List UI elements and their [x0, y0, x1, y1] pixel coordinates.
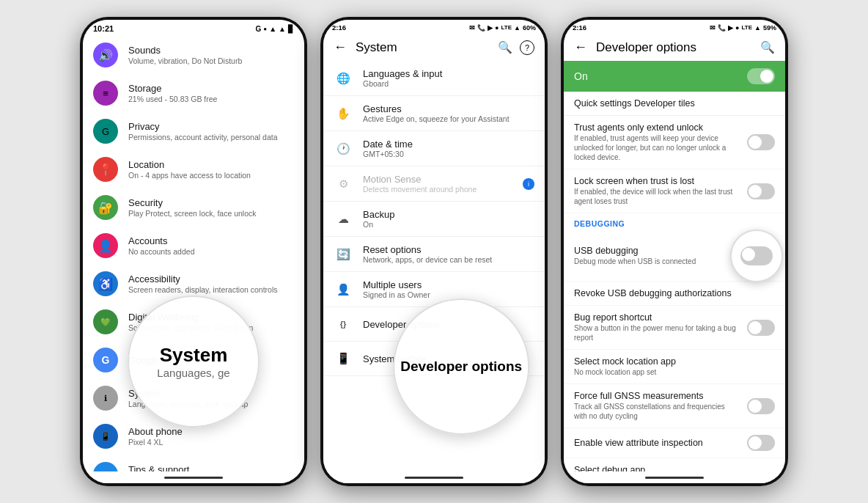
video-icon: ▶	[488, 24, 493, 32]
video-icon-3: ▶	[728, 24, 733, 32]
storage-subtitle: 21% used - 50.83 GB free	[128, 95, 217, 103]
bugreport-text: Bug report shortcut Show a button in the…	[574, 312, 740, 342]
datetime-text: Date & time GMT+05:30	[363, 139, 413, 158]
gestures-text: Gestures Active Edge on, squeeze for you…	[363, 103, 510, 123]
location-title: Location	[128, 159, 251, 170]
sys-item-reset[interactable]: 🔄 Reset options Network, apps, or device…	[323, 237, 545, 272]
list-item-tips[interactable]: ? Tips & support Help articles, phone & …	[83, 455, 304, 471]
dev-item-mocklocation[interactable]: Select mock location app No mock locatio…	[564, 350, 785, 384]
viewattribute-toggle[interactable]	[747, 435, 775, 451]
dev-item-revoke[interactable]: Revoke USB debugging authorizations	[564, 282, 785, 306]
sys-item-backup[interactable]: ☁ Backup On	[323, 202, 545, 237]
accessibility-icon-wrap: ♿	[93, 271, 118, 296]
users-text: Multiple users Signed in as Owner	[363, 279, 430, 299]
dev-item-lockscreen[interactable]: Lock screen when trust is lost If enable…	[564, 169, 785, 213]
reset-text: Reset options Network, apps, or device c…	[363, 244, 492, 264]
list-item-privacy[interactable]: G Privacy Permissions, account activity,…	[83, 112, 304, 150]
dot-icon-3: ●	[735, 24, 739, 32]
time-3: 2:16	[573, 23, 586, 32]
circle-system-title: System	[160, 344, 228, 367]
time-2: 2:16	[332, 23, 346, 32]
list-item-sounds[interactable]: 🔊 Sounds Volume, vibration, Do Not Distu…	[83, 36, 304, 74]
usb-toggle[interactable]	[740, 246, 773, 265]
lte-label-3: LTE	[742, 24, 753, 31]
list-item-accounts[interactable]: 👤 Accounts No accounts added	[83, 227, 304, 265]
usb-text: USB debugging Debug mode when USB is con…	[574, 246, 731, 266]
dev-master-toggle[interactable]	[747, 68, 775, 84]
backup-text: Backup On	[363, 209, 394, 229]
lte-label-2: LTE	[501, 24, 512, 31]
lockscreen-toggle[interactable]	[747, 183, 775, 199]
accessibility-title: Accessibility	[128, 273, 278, 284]
bar-icons-3: 🔍	[760, 40, 775, 54]
back-button-3[interactable]: ←	[574, 40, 587, 55]
about-icon: 📱	[100, 432, 111, 441]
list-item-storage[interactable]: ≡ Storage 21% used - 50.83 GB free	[83, 74, 304, 112]
developer-circle-overlay: Developer options	[393, 298, 529, 435]
status-icons-3: ✉ 📞 ▶ ● LTE ▲ 59%	[710, 24, 776, 32]
sys-item-gestures[interactable]: ✋ Gestures Active Edge on, squeeze for y…	[323, 96, 545, 131]
security-subtitle: Play Protect, screen lock, face unlock	[128, 209, 257, 218]
google-icon: G	[256, 25, 262, 33]
gnss-toggle[interactable]	[747, 398, 775, 414]
call-icon-3: 📞	[718, 24, 726, 32]
search-icon-2[interactable]: 🔍	[498, 40, 512, 55]
developer-icon: {}	[334, 315, 353, 334]
mocklocation-text: Select mock location app No mock locatio…	[574, 356, 775, 377]
bugreport-toggle[interactable]	[747, 320, 775, 336]
dev-item-viewattribute[interactable]: Enable view attribute inspection	[564, 428, 785, 458]
security-text: Security Play Protect, screen lock, face…	[128, 197, 257, 218]
battery-label-2: 60%	[523, 24, 536, 32]
accessibility-icon: ♿	[98, 277, 113, 291]
list-item-security[interactable]: 🔐 Security Play Protect, screen lock, fa…	[83, 188, 304, 227]
sys-item-users[interactable]: 👤 Multiple users Signed in as Owner	[323, 272, 545, 307]
quicksettings-text: Quick settings Developer tiles	[574, 98, 775, 109]
sys-item-motion[interactable]: ⚙ Motion Sense Detects movement around p…	[323, 166, 545, 202]
circle-developer-title: Developer options	[400, 359, 522, 375]
dot-icon: ●	[495, 24, 499, 32]
location-text: Location On - 4 apps have access to loca…	[128, 159, 251, 180]
bar-icons-2: 🔍 ?	[498, 40, 534, 55]
sys-item-datetime[interactable]: 🕐 Date & time GMT+05:30	[323, 131, 545, 166]
bottom-bar-2	[323, 471, 545, 483]
home-indicator-1	[164, 477, 223, 479]
dev-item-debugapp[interactable]: Select debug app	[564, 458, 785, 471]
signal-icon-3: ▲	[754, 24, 761, 32]
dev-on-label: On	[574, 70, 588, 82]
wifi-icon-1: ▲	[269, 25, 276, 33]
battery-label-3: 59%	[763, 24, 776, 32]
developer-screen-title: Developer options	[596, 40, 760, 55]
status-bar-1: 10:21 G ● ▲ ▲ ▊	[83, 20, 304, 36]
sys-item-languages[interactable]: 🌐 Languages & input Gboard	[323, 61, 545, 96]
google-letter-icon: G	[102, 354, 110, 366]
dev-item-bugreport[interactable]: Bug report shortcut Show a button in the…	[564, 306, 785, 350]
status-icons-1: G ● ▲ ▲ ▊	[256, 25, 294, 33]
dev-item-usb[interactable]: USB debugging Debug mode when USB is con…	[564, 231, 785, 282]
signal-icon-2: ▲	[514, 24, 521, 32]
storage-text: Storage 21% used - 50.83 GB free	[128, 83, 217, 103]
system-icon: ℹ	[104, 394, 107, 403]
list-item-location[interactable]: 📍 Location On - 4 apps have access to lo…	[83, 150, 304, 188]
system-screen-title: System	[356, 40, 498, 55]
accounts-icon: 👤	[98, 239, 113, 253]
storage-icon: ≡	[103, 88, 108, 99]
accounts-title: Accounts	[128, 235, 194, 246]
wellbeing-icon-wrap: 💚	[93, 309, 118, 334]
app-bar-3: ← Developer options 🔍	[564, 34, 785, 61]
accounts-subtitle: No accounts added	[128, 247, 194, 256]
trust-toggle[interactable]	[747, 134, 775, 150]
help-icon-2[interactable]: ?	[520, 40, 534, 55]
privacy-text: Privacy Permissions, account activity, p…	[128, 121, 277, 142]
back-button-2[interactable]: ←	[334, 40, 347, 55]
update-icon: 📱	[334, 349, 353, 368]
home-indicator-3	[645, 477, 704, 479]
privacy-title: Privacy	[128, 121, 277, 132]
location-icon-wrap: 📍	[93, 157, 118, 182]
storage-title: Storage	[128, 83, 217, 94]
revoke-text: Revoke USB debugging authorizations	[574, 288, 775, 298]
dev-item-quicksettings[interactable]: Quick settings Developer tiles	[564, 92, 785, 116]
dev-item-gnss[interactable]: Force full GNSS measurements Track all G…	[564, 384, 785, 428]
search-icon-3[interactable]: 🔍	[760, 40, 775, 54]
dev-item-trust[interactable]: Trust agents only extend unlock If enabl…	[564, 116, 785, 169]
security-title: Security	[128, 197, 257, 208]
